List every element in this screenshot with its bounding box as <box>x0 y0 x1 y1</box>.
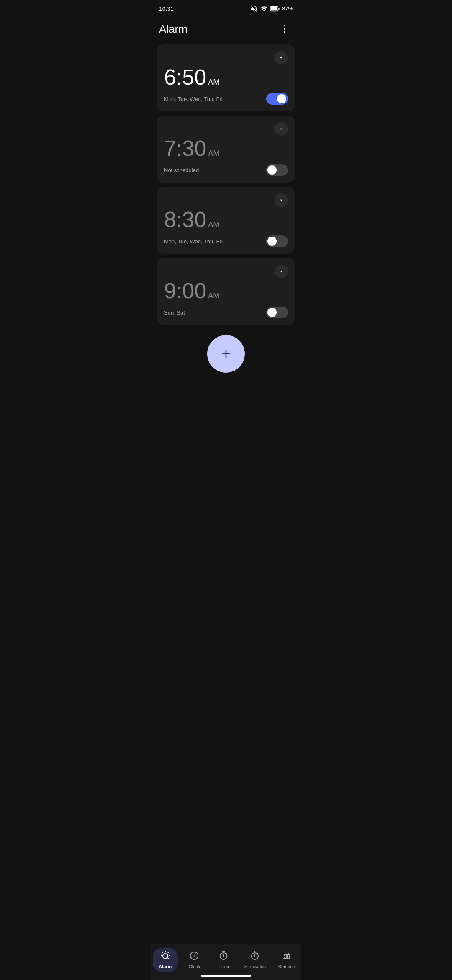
alarm-footer-3: Mon, Tue, Wed, Thu, Fri <box>164 235 288 247</box>
chevron-down-icon-3 <box>278 197 284 203</box>
alarm-toggle-1[interactable] <box>266 93 288 105</box>
alarm-days-4: Sun, Sat <box>164 309 185 316</box>
alarm-card-top-3 <box>164 193 288 207</box>
fab-container: + <box>151 335 301 373</box>
alarm-period-4: AM <box>208 291 219 300</box>
alarms-list: 6:50 AM Mon, Tue, Wed, Thu, Fri 7:30 AM … <box>151 44 301 325</box>
alarm-card-4[interactable]: 9:00 AM Sun, Sat <box>157 258 295 325</box>
status-bar: 10:31 87% <box>151 0 301 15</box>
expand-button-4[interactable] <box>275 265 288 278</box>
toggle-knob-1 <box>277 94 286 103</box>
alarm-time-row-1: 6:50 AM <box>164 66 288 88</box>
alarm-toggle-3[interactable] <box>266 235 288 247</box>
alarm-footer-2: Not scheduled <box>164 164 288 176</box>
alarm-time-row-4: 9:00 AM <box>164 280 288 302</box>
alarm-time-3: 8:30 <box>164 209 206 230</box>
chevron-down-icon <box>278 55 284 61</box>
alarm-time-1: 6:50 <box>164 66 206 88</box>
alarm-period-3: AM <box>208 220 219 229</box>
alarm-period-1: AM <box>208 78 219 87</box>
expand-button-1[interactable] <box>275 51 288 64</box>
alarm-toggle-2[interactable] <box>266 164 288 176</box>
status-icons: 87% <box>250 5 293 13</box>
add-alarm-button[interactable]: + <box>207 335 245 373</box>
toggle-knob-4 <box>267 308 277 317</box>
mute-icon <box>250 5 258 13</box>
header: Alarm ⋮ <box>151 15 301 44</box>
alarm-time-row-2: 7:30 AM <box>164 137 288 159</box>
chevron-down-icon-2 <box>278 126 284 132</box>
alarm-card-top-1 <box>164 51 288 64</box>
toggle-knob-2 <box>267 165 277 175</box>
alarm-time-row-3: 8:30 AM <box>164 209 288 230</box>
alarm-card-top-4 <box>164 265 288 278</box>
expand-button-3[interactable] <box>275 193 288 207</box>
svg-rect-1 <box>271 7 277 10</box>
page-title: Alarm <box>159 23 187 36</box>
alarm-time-4: 9:00 <box>164 280 206 302</box>
svg-rect-2 <box>278 8 279 10</box>
alarm-card-1[interactable]: 6:50 AM Mon, Tue, Wed, Thu, Fri <box>157 44 295 111</box>
wifi-icon <box>260 5 268 13</box>
toggle-knob-3 <box>267 237 277 246</box>
alarm-footer-1: Mon, Tue, Wed, Thu, Fri <box>164 93 288 105</box>
alarm-footer-4: Sun, Sat <box>164 307 288 318</box>
alarm-card-top-2 <box>164 122 288 136</box>
alarm-time-2: 7:30 <box>164 137 206 159</box>
menu-button[interactable]: ⋮ <box>277 22 293 36</box>
alarm-card-2[interactable]: 7:30 AM Not scheduled <box>157 116 295 183</box>
alarm-toggle-4[interactable] <box>266 307 288 318</box>
battery-icon <box>270 6 280 12</box>
expand-button-2[interactable] <box>275 122 288 136</box>
alarm-days-1: Mon, Tue, Wed, Thu, Fri <box>164 96 223 102</box>
alarm-card-3[interactable]: 8:30 AM Mon, Tue, Wed, Thu, Fri <box>157 187 295 254</box>
battery-percent: 87% <box>282 5 293 12</box>
alarm-days-2: Not scheduled <box>164 167 199 173</box>
alarm-days-3: Mon, Tue, Wed, Thu, Fri <box>164 238 223 245</box>
status-time: 10:31 <box>159 5 174 12</box>
alarm-period-2: AM <box>208 149 219 158</box>
chevron-down-icon-4 <box>278 268 284 274</box>
